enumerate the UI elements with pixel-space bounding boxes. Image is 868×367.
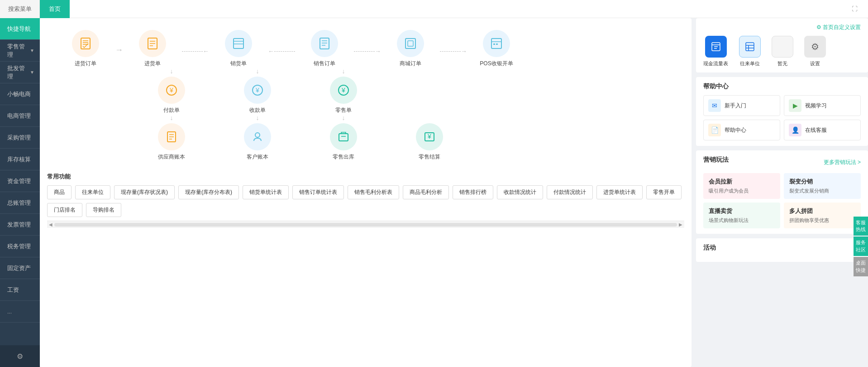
func-btn-order-stats[interactable]: 销售订单统计表 — [292, 185, 344, 199]
more-marketing-link[interactable]: 更多营销玩法 > — [824, 159, 861, 166]
node-retail-order[interactable]: ¥ — [330, 77, 357, 104]
tab-home[interactable]: 首页 — [40, 0, 70, 18]
svg-rect-19 — [493, 43, 495, 45]
svg-rect-11 — [320, 38, 329, 49]
quick-item-settings[interactable]: ⚙ 设置 — [804, 36, 826, 67]
quick-item-cashflow[interactable]: 现金流量表 — [703, 36, 728, 67]
func-btn-inventory2[interactable]: 现存量(库存分布表) — [178, 185, 239, 199]
customize-settings-link[interactable]: ⚙ 首页自定义设置 — [703, 24, 861, 31]
svg-text:¥: ¥ — [341, 87, 345, 94]
gear-icon: ⚙ — [17, 352, 23, 361]
scroll-right-btn[interactable]: ▶ — [679, 222, 682, 227]
func-btn-sales-rank[interactable]: 销售排行榜 — [453, 185, 493, 199]
quick-access: ⚙ 首页自定义设置 现金流量表 往来单位 — [696, 18, 868, 72]
float-btn-service[interactable]: 客服热线 — [854, 217, 868, 236]
sidebar-item-more[interactable]: ... — [0, 301, 40, 323]
help-item-service[interactable]: 👤 在线客服 — [784, 120, 861, 140]
node-sales[interactable]: 销货单 — [209, 30, 268, 68]
content-panels: 进货订单 → 进货单 ← — [40, 18, 868, 367]
sidebar-item-retail[interactable]: 零售管理 ▼ — [0, 40, 40, 62]
scroll-row: ◀ ▶ — [47, 221, 684, 228]
sidebar-item-ecommerce[interactable]: 电商管理 — [0, 105, 40, 127]
marketing-item-live[interactable]: 直播卖货 场景式购物新玩法 — [703, 203, 780, 228]
func-btn-partners[interactable]: 往来单位 — [75, 185, 110, 199]
node-pos[interactable]: POS收银开单 — [467, 30, 526, 68]
user-icon: 👤 — [789, 124, 801, 136]
svg-rect-15 — [405, 39, 415, 48]
svg-point-31 — [255, 133, 260, 137]
node-purchase[interactable]: 进货单 — [123, 30, 182, 68]
help-grid: ✉ 新手入门 ▶ 视频学习 📄 帮助中心 👤 在线客服 — [703, 95, 861, 140]
sidebar-item-invoice[interactable]: 发票管理 — [0, 214, 40, 236]
activity-section: 活动 — [696, 238, 868, 262]
sidebar-item-finance[interactable]: 资金管理 — [0, 170, 40, 192]
main-panel: 进货订单 → 进货单 ← — [40, 18, 692, 367]
func-btn-inventory1[interactable]: 现存量(库存状况表) — [114, 185, 175, 199]
sidebar-item-tax[interactable]: 税务管理 — [0, 236, 40, 257]
mail-icon: ✉ — [708, 99, 721, 112]
marketing-item-fission[interactable]: 裂变分销 裂变式发展分销商 — [784, 173, 861, 199]
right-panel: ⚙ 首页自定义设置 现金流量表 往来单位 — [696, 18, 868, 367]
node-retail-settlement[interactable]: ¥ — [416, 123, 443, 150]
func-btn-goods[interactable]: 商品 — [47, 185, 72, 199]
marketing-item-group[interactable]: 多人拼团 拼团购物享受优惠 — [784, 203, 861, 228]
help-item-help[interactable]: 📄 帮助中心 — [703, 120, 780, 140]
svg-rect-16 — [408, 41, 413, 46]
svg-text:¥: ¥ — [255, 87, 259, 94]
marketing-item-member[interactable]: 会员拉新 吸引用户成为会员 — [703, 173, 780, 199]
sidebar-item-wholesale[interactable]: 批发管理 ▼ — [0, 62, 40, 83]
node-payment[interactable]: ¥ — [158, 77, 185, 104]
func-btn-gross-profit[interactable]: 销售毛利分析表 — [348, 185, 399, 199]
sidebar-item-purchase[interactable]: 采购管理 — [0, 127, 40, 149]
sidebar-item-ecommerce-small[interactable]: 小畅电商 — [0, 83, 40, 105]
func-btn-payment-stats[interactable]: 付款情况统计 — [547, 185, 593, 199]
help-item-video[interactable]: ▶ 视频学习 — [784, 95, 861, 116]
expand-icon[interactable]: ⛶ — [850, 5, 859, 14]
chevron-down-icon: ▼ — [30, 70, 34, 75]
node-purchase-order[interactable]: 进货订单 — [56, 30, 115, 68]
marketing: 营销玩法 更多营销玩法 > 会员拉新 吸引用户成为会员 裂变分销 裂变式发展分销… — [696, 150, 868, 234]
top-bar: 搜索菜单 首页 ⛶ — [0, 0, 868, 18]
func-btn-store-rank[interactable]: 门店排名 — [47, 203, 82, 217]
func-btn-guide-rank[interactable]: 导购排名 — [86, 203, 121, 217]
marketing-grid: 会员拉新 吸引用户成为会员 裂变分销 裂变式发展分销商 直播卖货 场景式购物新玩… — [703, 173, 861, 228]
node-customer-account[interactable] — [244, 123, 271, 150]
quick-item-partners[interactable]: 往来单位 — [739, 36, 761, 67]
scroll-bar[interactable] — [54, 223, 677, 227]
svg-rect-32 — [339, 134, 348, 141]
top-right: ⛶ — [850, 5, 868, 14]
sidebar-item-inventory[interactable]: 库存核算 — [0, 149, 40, 170]
sidebar-item-quick-nav[interactable]: 快捷导航 — [0, 18, 40, 40]
help-center-title: 帮助中心 — [703, 82, 861, 91]
svg-text:¥: ¥ — [427, 133, 431, 140]
func-btn-purchase-stats[interactable]: 进货单统计表 — [596, 185, 643, 199]
sidebar-item-general-ledger[interactable]: 总账管理 — [0, 192, 40, 214]
float-btn-desktop[interactable]: 桌面快捷 — [854, 257, 868, 276]
common-functions-title: 常用功能 — [47, 173, 684, 181]
arrow-1: → — [115, 45, 123, 68]
node-sales-order[interactable]: 销售订单 — [295, 30, 354, 68]
flow-diagram: 进货订单 → 进货单 ← — [47, 25, 684, 165]
quick-item-none[interactable]: 暂无 — [772, 36, 793, 67]
sidebar-item-fixed-assets[interactable]: 固定资产 — [0, 257, 40, 279]
node-mall-order[interactable]: 商城订单 — [381, 30, 440, 68]
marketing-title: 营销玩法 — [703, 156, 729, 164]
svg-rect-40 — [746, 43, 754, 51]
svg-rect-0 — [81, 38, 90, 49]
help-center: 帮助中心 ✉ 新手入门 ▶ 视频学习 📄 帮助中心 👤 — [696, 77, 868, 146]
sidebar-settings-button[interactable]: ⚙ — [0, 345, 40, 367]
func-btn-retail-order[interactable]: 零售开单 — [646, 185, 682, 199]
scroll-left-btn[interactable]: ◀ — [49, 222, 52, 227]
help-item-beginner[interactable]: ✉ 新手入门 — [703, 95, 780, 116]
sidebar: 快捷导航 零售管理 ▼ 批发管理 ▼ 小畅电商 电商管理 采购管理 库存核算 资… — [0, 18, 40, 367]
func-btn-sales-stats[interactable]: 销货单统计表 — [243, 185, 289, 199]
sidebar-item-salary[interactable]: 工资 — [0, 279, 40, 301]
node-receipt[interactable]: ¥ — [244, 77, 271, 104]
node-retail-outbound[interactable] — [330, 123, 357, 150]
node-supplier-account[interactable] — [158, 123, 185, 150]
func-btn-goods-profit[interactable]: 商品毛利分析 — [403, 185, 449, 199]
float-btn-community[interactable]: 服务社区 — [854, 237, 868, 256]
search-menu-button[interactable]: 搜索菜单 — [0, 0, 40, 18]
activity-title: 活动 — [703, 244, 861, 252]
func-btn-receipt-stats[interactable]: 收款情况统计 — [497, 185, 543, 199]
